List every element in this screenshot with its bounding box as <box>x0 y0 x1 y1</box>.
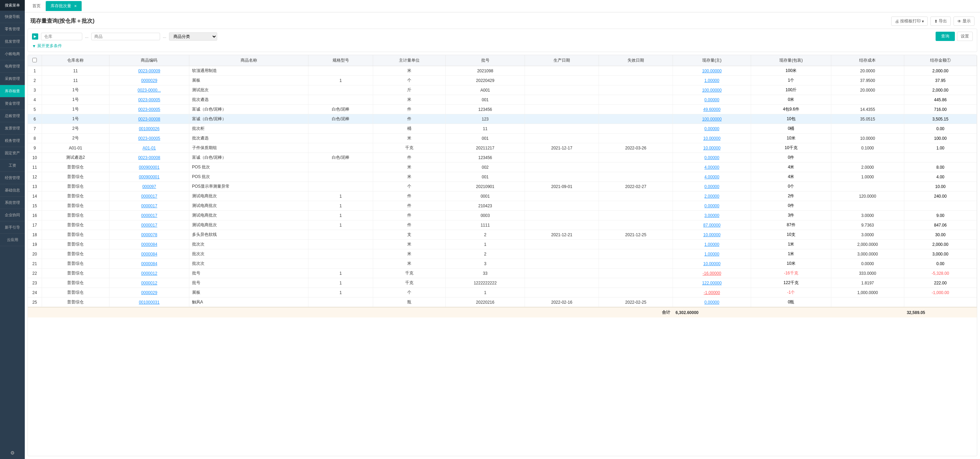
cell-qty-main[interactable]: 1.00000 <box>673 76 751 85</box>
sidebar-item-salary[interactable]: 工资 <box>0 159 25 172</box>
cell-unit: 件 <box>373 220 445 230</box>
sidebar-item-ledger[interactable]: 总账管理 <box>0 110 25 122</box>
cell-unit: 米 <box>373 172 445 182</box>
sidebar-item-tax[interactable]: 税务管理 <box>0 135 25 147</box>
sidebar-item-guide[interactable]: 新手引导 <box>0 222 25 234</box>
sidebar-item-purchase[interactable]: 采购管理 <box>0 73 25 85</box>
cell-qty-main[interactable]: 3.00000 <box>673 211 751 220</box>
cell-batch: 2021098 <box>446 66 525 76</box>
cell-spec: 1 <box>309 201 373 211</box>
cell-qty-main[interactable]: 4.00000 <box>673 163 751 172</box>
cell-code: 0023-00008 <box>110 153 189 163</box>
sidebar-item-finance[interactable]: 资金管理 <box>0 97 25 110</box>
tab-home[interactable]: 首页 <box>27 1 46 11</box>
cell-unit: 千克 <box>373 143 445 153</box>
product-input[interactable] <box>91 33 160 40</box>
cell-qty-main[interactable]: 10.00000 <box>673 259 751 269</box>
cell-amount: 1.00 <box>904 143 977 153</box>
cell-qty-main[interactable]: 100.00000 <box>673 66 751 76</box>
cell-qty-aux: 1米 <box>751 240 831 249</box>
set-button[interactable]: 设置 <box>957 32 973 41</box>
table-row: 14普普综仓0000017测试电商批次1件00012.000002件120.00… <box>28 191 977 201</box>
cell-unit: 米 <box>373 66 445 76</box>
sidebar-item-asset[interactable]: 固定资产 <box>0 147 25 159</box>
select-all-checkbox[interactable] <box>32 58 37 62</box>
cell-qty-main[interactable]: 100.00000 <box>673 114 751 124</box>
tab-inventory-batch[interactable]: 库存批次量 ✕ <box>46 1 82 11</box>
filter-dots-2: ... <box>163 34 166 39</box>
cell-qty-main[interactable]: 2.00000 <box>673 191 751 201</box>
cell-qty-main[interactable]: 0.00000 <box>673 201 751 211</box>
search-button[interactable]: 查询 <box>935 32 955 41</box>
cell-qty-aux: 87件 <box>751 220 831 230</box>
cell-qty-main[interactable]: 0.00000 <box>673 182 751 191</box>
display-button[interactable]: 👁 显示 <box>953 16 975 26</box>
print-button[interactable]: 🖨 按模板打印 ▾ <box>891 16 928 26</box>
cell-prod-date <box>525 211 598 220</box>
cell-spec <box>309 240 373 249</box>
cell-amount: 4.00 <box>904 172 977 182</box>
cell-amount: 30.00 <box>904 230 977 240</box>
cell-name: 富诚（白色/泥棒） <box>189 105 309 114</box>
cell-name: 展板 <box>189 76 309 85</box>
cell-qty-main[interactable]: 100.00000 <box>673 85 751 95</box>
cell-amount: 0.00 <box>904 124 977 134</box>
cell-qty-main[interactable]: 0.00000 <box>673 153 751 163</box>
cell-qty-main[interactable]: 1.00000 <box>673 249 751 259</box>
sidebar-item-wholesale[interactable]: 批发管理 <box>0 35 25 48</box>
cell-seq: 3 <box>28 85 41 95</box>
cell-qty-main[interactable]: 10.00000 <box>673 230 751 240</box>
cell-amount <box>904 153 977 163</box>
cell-batch: 20220216 <box>446 298 525 308</box>
cell-qty-main[interactable]: 87.00000 <box>673 220 751 230</box>
sidebar-item-system[interactable]: 系统管理 <box>0 197 25 209</box>
cell-seq: 13 <box>28 182 41 191</box>
settings-icon[interactable]: ⚙ <box>0 446 25 459</box>
sidebar-item-operation[interactable]: 经营管理 <box>0 172 25 184</box>
table-row: 20普普综仓0000084批次次米21.000001米3,000.00003,0… <box>28 249 977 259</box>
cell-qty-main[interactable]: 49.60000 <box>673 105 751 114</box>
cell-qty-main[interactable]: 1.00000 <box>673 240 751 249</box>
cell-code: 0000012 <box>110 278 189 288</box>
cell-qty-main[interactable]: 10.00000 <box>673 143 751 153</box>
sidebar-item-small-ecom[interactable]: 小账电商 <box>0 48 25 60</box>
sidebar-item-retail[interactable]: 零售管理 <box>0 23 25 35</box>
cell-qty-main[interactable]: 0.00000 <box>673 124 751 134</box>
cell-spec <box>309 249 373 259</box>
cell-qty-main[interactable]: 0.00000 <box>673 298 751 308</box>
cell-spec: 1 <box>309 278 373 288</box>
cell-qty-main[interactable]: 122.00000 <box>673 278 751 288</box>
tab-close-icon[interactable]: ✕ <box>74 4 77 8</box>
sidebar-item-inventory[interactable]: 库存核查 <box>0 85 25 97</box>
expand-more-conditions[interactable]: ▼ 展开更多条件 <box>32 43 973 49</box>
sidebar-item-invoice[interactable]: 发票管理 <box>0 122 25 135</box>
cell-qty-main[interactable]: -16.00000 <box>673 269 751 278</box>
export-button[interactable]: ⬆ 导出 <box>931 16 951 26</box>
cell-prod-date <box>525 134 598 143</box>
cell-code: 0000017 <box>110 211 189 220</box>
sidebar-logo[interactable]: 搜索菜单 <box>0 0 25 11</box>
cell-batch: 001 <box>446 172 525 182</box>
cell-exp-date <box>598 278 673 288</box>
warehouse-input[interactable] <box>41 33 82 40</box>
cell-spec <box>309 230 373 240</box>
cell-unit: 个 <box>373 288 445 298</box>
sidebar-item-quick-nav[interactable]: 快捷导航 <box>0 11 25 23</box>
cell-qty-main[interactable]: 0.00000 <box>673 95 751 105</box>
sidebar-item-enterprise[interactable]: 企业协同 <box>0 209 25 222</box>
cell-warehouse: 普普综仓 <box>41 211 110 220</box>
export-icon: ⬆ <box>934 19 938 24</box>
cell-qty-main[interactable]: 4.00000 <box>673 172 751 182</box>
cell-name: 触风A <box>189 298 309 308</box>
cell-unit: 千克 <box>373 278 445 288</box>
category-select[interactable]: 商品分类 <box>169 32 217 41</box>
cell-unit-cost: 0.1000 <box>831 143 904 153</box>
table-row: 19普普综仓0000084批次次米11.000001米2,000.00002,0… <box>28 240 977 249</box>
cell-qty-main[interactable]: -1.00000 <box>673 288 751 298</box>
cell-qty-main[interactable]: 10.00000 <box>673 134 751 143</box>
filter-expand-icon[interactable]: ▶ <box>32 33 38 40</box>
sidebar-item-basic[interactable]: 基础信息 <box>0 184 25 197</box>
sidebar-item-ecom[interactable]: 电商管理 <box>0 60 25 73</box>
sidebar-item-cloud[interactable]: 云应用 <box>0 234 25 246</box>
cell-qty-aux: 4米 <box>751 163 831 172</box>
